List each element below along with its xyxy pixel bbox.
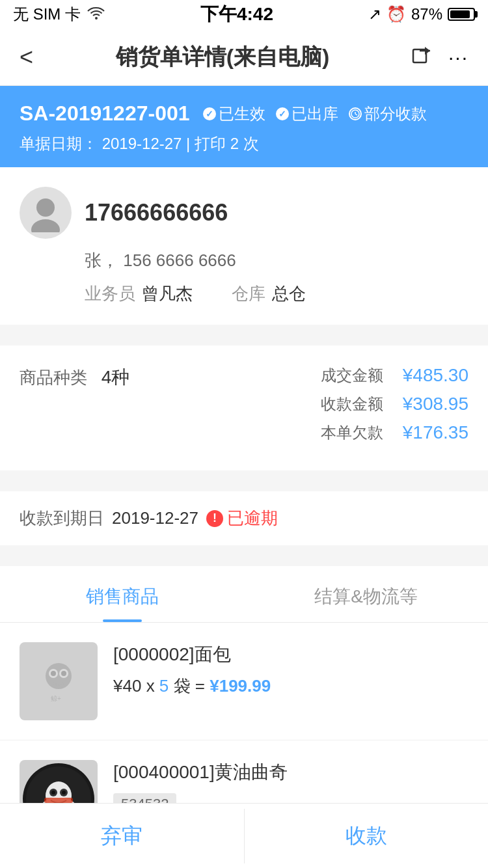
svg-point-10 [51,671,56,676]
clock-icon [349,107,362,120]
nav-actions: ··· [412,44,468,70]
svg-line-4 [355,114,357,115]
cancel-button[interactable]: 弃审 [0,809,245,863]
staff-value: 曾凡杰 [142,282,193,305]
separator-3 [0,545,488,556]
battery-icon [448,8,475,21]
wifi-icon [87,5,105,23]
location-icon: ↗ [368,5,381,23]
warehouse-label: 仓库 [232,282,265,305]
status-time: 下午4:42 [200,2,273,27]
product-item-1: 鲸+ [0000002]面包 ¥40 x 5 袋 = ¥199.99 [0,623,488,740]
status-badge-partial: 部分收款 [349,103,427,124]
banner-date-row: 单据日期： 2019-12-27 | 打印 2 次 [20,133,468,154]
svg-point-20 [62,791,66,794]
received-value: ¥308.95 [403,394,468,414]
avatar [20,187,72,239]
staff-row: 业务员 曾凡杰 仓库 总仓 [85,282,468,305]
svg-point-19 [51,791,55,794]
status-bar: 无 SIM 卡 下午4:42 ↗ ⏰ 87% [0,0,488,29]
stats-left: 商品种类 4种 [20,365,129,395]
share-icon[interactable] [412,44,433,70]
deal-amount-label: 成交金额 [321,365,383,386]
customer-header-row: 17666666666 [20,187,468,239]
overdue-badge: ! 已逾期 [206,507,278,530]
received-label: 收款金额 [321,394,383,414]
separator-1 [0,335,488,346]
nav-bar: < 销货单详情(来自电脑) ··· [0,29,488,86]
product-name-2: [000400001]黄油曲奇 [113,760,468,785]
carrier-label: 无 SIM 卡 [13,4,81,25]
due-date-value: 2019-12-27 [112,508,198,528]
due-section: 收款到期日 2019-12-27 ! 已逾期 [0,491,488,545]
status-badge-active: ✓ 已生效 [203,103,265,124]
tabs-section: 销售商品 结算&物流等 [0,566,488,623]
battery-percent: 87% [411,5,442,23]
product-price-1: ¥40 x 5 袋 = ¥199.99 [113,675,468,698]
product-info-1: [0000002]面包 ¥40 x 5 袋 = ¥199.99 [113,642,468,698]
overdue-text: 已逾期 [227,507,278,530]
bottom-bar: 弃审 收款 [0,803,488,868]
deal-amount-value: ¥485.30 [403,365,468,386]
stats-section: 商品种类 4种 成交金额 ¥485.30 收款金额 ¥308.95 本单欠款 ¥… [0,346,488,470]
back-button[interactable]: < [20,44,33,71]
svg-rect-21 [44,798,73,803]
due-label: 收款到期日 [20,507,104,530]
product-types: 商品种类 4种 [20,365,129,390]
product-name-1: [0000002]面包 [113,642,468,667]
check-icon-1: ✓ [203,107,216,120]
header-banner: SA-20191227-001 ✓ 已生效 ✓ 已出库 部分收款 单据日期： 2… [0,86,488,167]
status-badges: ✓ 已生效 ✓ 已出库 部分收款 [203,103,427,124]
svg-point-11 [61,671,66,676]
tab-settlement[interactable]: 结算&物流等 [244,566,488,622]
customer-section: 17666666666 张， 156 6666 6666 业务员 曾凡杰 仓库 … [0,167,488,325]
deal-amount-row: 成交金额 ¥485.30 [321,365,468,386]
svg-point-5 [36,198,55,217]
overdue-icon: ! [206,510,223,527]
customer-phone: 17666666666 [85,199,228,226]
pay-button[interactable]: 收款 [245,809,489,863]
order-id: SA-20191227-001 [20,102,190,126]
alarm-icon: ⏰ [386,5,406,23]
status-left: 无 SIM 卡 [13,4,105,25]
debt-value: ¥176.35 [403,422,468,443]
warehouse-value: 总仓 [272,282,306,305]
tab-products[interactable]: 销售商品 [0,566,244,622]
separator-2 [0,481,488,491]
product-thumb-1: 鲸+ [20,642,98,720]
received-amount-row: 收款金额 ¥308.95 [321,394,468,414]
tab-underline [103,619,142,622]
svg-point-6 [31,219,60,232]
customer-info: 张， 156 6666 6666 [85,249,468,272]
product-total-1: ¥199.99 [210,676,271,696]
stats-right: 成交金额 ¥485.30 收款金额 ¥308.95 本单欠款 ¥176.35 [321,365,468,451]
more-icon[interactable]: ··· [448,46,468,68]
status-badge-shipped: ✓ 已出库 [276,103,338,124]
page-title: 销货单详情(来自电脑) [116,42,330,72]
svg-text:鲸+: 鲸+ [51,695,61,702]
product-qty-1: 5 [159,676,169,696]
debt-label: 本单欠款 [321,422,383,443]
debt-row: 本单欠款 ¥176.35 [321,422,468,443]
staff-label: 业务员 [85,282,135,305]
check-icon-2: ✓ [276,107,289,120]
status-right: ↗ ⏰ 87% [368,5,475,23]
tabs-row: 销售商品 结算&物流等 [0,566,488,623]
